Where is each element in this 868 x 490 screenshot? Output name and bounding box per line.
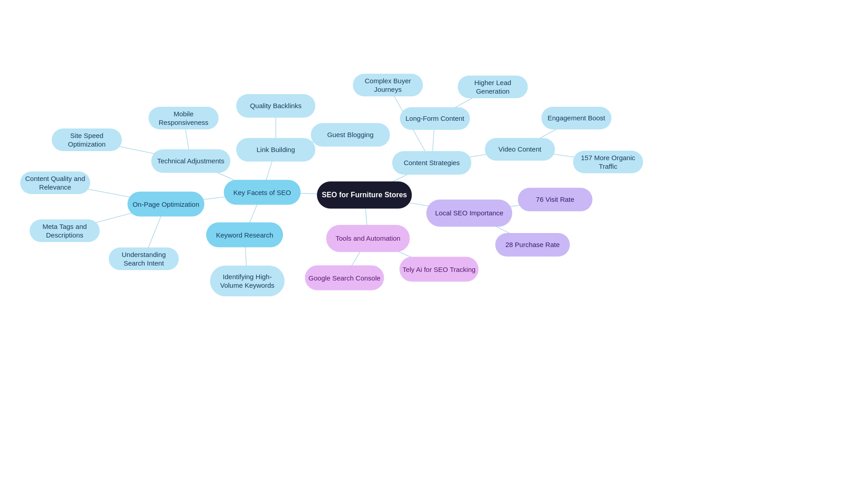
node-engagement_boost[interactable]: Engagement Boost: [542, 107, 612, 129]
node-tely_ai[interactable]: Tely Ai for SEO Tracking: [400, 257, 479, 282]
node-more_organic[interactable]: 157 More Organic Traffic: [573, 151, 643, 173]
node-label-mobile: Mobile Responsiveness: [149, 109, 219, 127]
node-label-engagement_boost: Engagement Boost: [546, 114, 607, 123]
node-label-quality_backlinks: Quality Backlinks: [248, 101, 303, 110]
node-label-site_speed: Site Speed Optimization: [52, 131, 122, 149]
node-video_content[interactable]: Video Content: [485, 138, 555, 161]
node-label-purchase_rate: 28 Purchase Rate: [504, 240, 561, 249]
node-local_seo[interactable]: Local SEO Importance: [426, 200, 512, 227]
node-label-understanding: Understanding Search Intent: [109, 250, 179, 268]
node-label-identifying: Identifying High-Volume Keywords: [210, 272, 285, 290]
node-purchase_rate[interactable]: 28 Purchase Rate: [495, 233, 570, 257]
node-label-tools_automation: Tools and Automation: [334, 234, 402, 243]
node-tools_automation[interactable]: Tools and Automation: [326, 225, 410, 252]
node-long_form[interactable]: Long-Form Content: [400, 107, 470, 130]
node-label-on_page: On-Page Optimization: [131, 200, 201, 209]
node-label-content_quality: Content Quality and Relevance: [20, 174, 90, 192]
node-label-content_strategies: Content Strategies: [402, 158, 462, 167]
node-label-keyword_research: Keyword Research: [214, 230, 275, 239]
node-technical[interactable]: Technical Adjustments: [151, 149, 231, 173]
node-label-complex_buyer: Complex Buyer Journeys: [353, 76, 423, 94]
node-on_page[interactable]: On-Page Optimization: [127, 192, 204, 217]
node-identifying[interactable]: Identifying High-Volume Keywords: [210, 266, 285, 296]
node-label-visit_rate: 76 Visit Rate: [534, 195, 576, 204]
node-higher_lead[interactable]: Higher Lead Generation: [458, 76, 528, 98]
node-complex_buyer[interactable]: Complex Buyer Journeys: [353, 74, 423, 96]
node-visit_rate[interactable]: 76 Visit Rate: [518, 188, 593, 211]
node-label-tely_ai: Tely Ai for SEO Tracking: [401, 265, 477, 274]
node-label-central: SEO for Furniture Stores: [320, 190, 409, 200]
node-keyword_research[interactable]: Keyword Research: [206, 223, 283, 247]
connections-svg: [0, 0, 868, 490]
node-content_strategies[interactable]: Content Strategies: [392, 151, 472, 175]
node-label-link_building: Link Building: [255, 145, 297, 154]
node-link_building[interactable]: Link Building: [236, 138, 316, 162]
node-key_facets[interactable]: Key Facets of SEO: [224, 180, 301, 205]
node-understanding[interactable]: Understanding Search Intent: [109, 247, 179, 270]
node-content_quality[interactable]: Content Quality and Relevance: [20, 171, 90, 194]
node-label-local_seo: Local SEO Importance: [434, 209, 505, 218]
node-google_search_console[interactable]: Google Search Console: [305, 266, 384, 290]
node-meta_tags[interactable]: Meta Tags and Descriptions: [30, 219, 100, 242]
mindmap-container: SEO for Furniture StoresKey Facets of SE…: [0, 0, 868, 490]
node-label-more_organic: 157 More Organic Traffic: [573, 153, 643, 171]
node-label-technical: Technical Adjustments: [156, 157, 226, 166]
node-label-guest_blogging: Guest Blogging: [326, 130, 376, 139]
node-label-key_facets: Key Facets of SEO: [231, 188, 293, 197]
node-label-long_form: Long-Form Content: [404, 114, 466, 123]
node-label-meta_tags: Meta Tags and Descriptions: [30, 222, 100, 240]
node-quality_backlinks[interactable]: Quality Backlinks: [236, 94, 316, 118]
node-guest_blogging[interactable]: Guest Blogging: [311, 123, 390, 147]
node-central[interactable]: SEO for Furniture Stores: [317, 181, 412, 209]
node-label-video_content: Video Content: [497, 145, 543, 154]
node-mobile[interactable]: Mobile Responsiveness: [149, 107, 219, 129]
node-site_speed[interactable]: Site Speed Optimization: [52, 128, 122, 151]
node-label-google_search_console: Google Search Console: [307, 273, 382, 282]
node-label-higher_lead: Higher Lead Generation: [458, 78, 528, 96]
